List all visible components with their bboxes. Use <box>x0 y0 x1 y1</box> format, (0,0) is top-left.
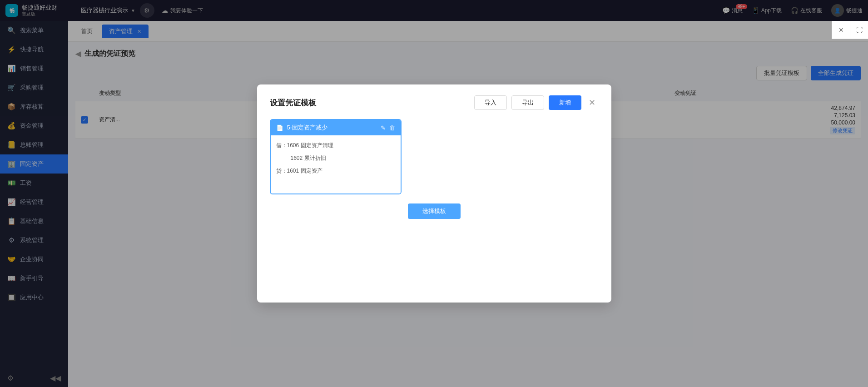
template-card-header: 📄 5-固定资产减少 ✎ 🗑 <box>271 120 401 135</box>
modal-overlay: 设置凭证模板 导入 导出 新增 ✕ 📄 5-固定资产减少 <box>0 0 868 387</box>
modal-dialog: 设置凭证模板 导入 导出 新增 ✕ 📄 5-固定资产减少 <box>257 84 611 303</box>
template-header-left: 📄 5-固定资产减少 <box>276 124 328 132</box>
select-template-button[interactable]: 选择模板 <box>408 203 461 219</box>
template-header-actions: ✎ 🗑 <box>381 124 395 131</box>
close-icon: ✕ <box>838 26 844 34</box>
template-edit-button[interactable]: ✎ <box>381 124 386 131</box>
export-button[interactable]: 导出 <box>511 95 544 110</box>
template-entry-2: 1602 累计折旧 <box>271 152 401 164</box>
modal-toolbar: 导入 导出 新增 <box>474 95 581 110</box>
new-template-button[interactable]: 新增 <box>549 95 581 110</box>
template-card: 📄 5-固定资产减少 ✎ 🗑 借：1606 固定资产清理 1602 累计折旧 <box>270 119 402 194</box>
modal-close-icon: ✕ <box>589 98 595 108</box>
modal-header: 设置凭证模板 导入 导出 新增 ✕ <box>270 95 599 110</box>
template-entry-1: 借：1606 固定资产清理 <box>271 139 401 152</box>
template-entry-empty <box>271 177 401 190</box>
template-doc-icon: 📄 <box>276 124 283 131</box>
window-close-button[interactable]: ✕ <box>832 21 850 39</box>
template-delete-button[interactable]: 🗑 <box>389 124 395 131</box>
import-button[interactable]: 导入 <box>474 95 507 110</box>
template-card-body: 借：1606 固定资产清理 1602 累计折旧 贷：1601 固定资产 <box>271 135 401 194</box>
entry-1-direction: 借：1606 固定资产清理 <box>276 142 340 149</box>
template-name: 5-固定资产减少 <box>287 124 328 132</box>
expand-icon: ⛶ <box>856 26 863 34</box>
modal-close-button[interactable]: ✕ <box>586 96 599 109</box>
modal-title: 设置凭证模板 <box>270 98 316 108</box>
entry-3-direction: 贷：1601 固定资产 <box>276 167 340 175</box>
entry-2-account: 1602 累计折旧 <box>276 154 340 162</box>
template-entry-3: 贷：1601 固定资产 <box>271 164 401 177</box>
window-controls: ✕ ⛶ <box>832 21 868 39</box>
window-expand-button[interactable]: ⛶ <box>850 21 868 39</box>
